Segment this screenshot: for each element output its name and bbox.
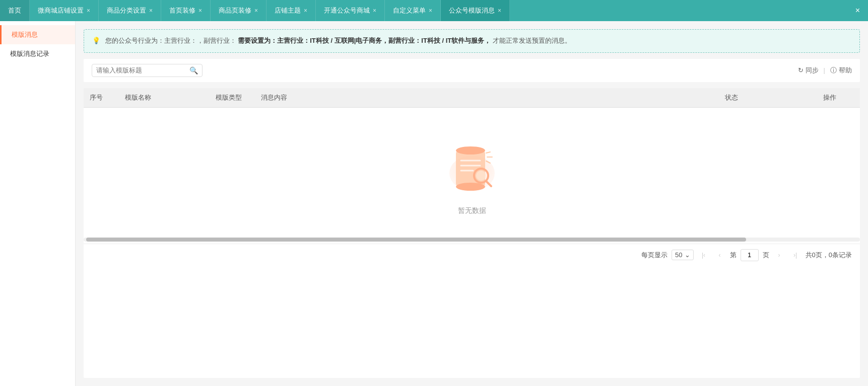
nav-tab-open-mall[interactable]: 开通公众号商城 × [316,0,385,21]
nav-tab-template-msg[interactable]: 公众号模版消息 × [441,0,510,21]
notice-suffix: 才能正常发送预置的消息。 [493,37,571,44]
nav-tab-template-msg-close[interactable]: × [498,7,501,14]
nav-tab-custom-menu-label: 自定义菜单 [393,6,426,15]
page-last-button[interactable]: ›| [789,249,802,261]
toolbar-right: ↻ 同步 | ⓘ 帮助 [798,66,852,75]
nav-tab-custom-menu[interactable]: 自定义菜单 × [385,0,441,21]
nav-tab-category-close[interactable]: × [149,7,153,14]
sidebar-item-template-message-log-label: 模版消息记录 [10,50,49,57]
empty-state: 暂无数据 [84,108,860,236]
sync-icon: ↻ [798,66,804,74]
nav-tab-open-mall-label: 开通公众号商城 [324,6,370,15]
chevron-down-icon: ⌄ [685,251,690,259]
nav-tab-product-label: 商品页装修 [219,6,251,15]
nav-tab-theme-label: 店铺主题 [275,6,301,15]
page-size-value: 50 [675,251,682,259]
search-input-wrap[interactable]: 🔍 [92,64,203,77]
horizontal-scrollbar[interactable] [84,238,860,242]
col-header-type: 模版类型 [210,88,255,107]
sidebar-item-template-message-label: 模版消息 [12,31,38,38]
svg-point-8 [476,171,486,181]
search-bar: 🔍 ↻ 同步 | ⓘ 帮助 [84,59,860,82]
svg-point-3 [456,183,485,191]
col-header-content: 消息内容 [255,88,719,107]
nav-tab-homepage-close[interactable]: × [198,7,202,14]
help-icon: ⓘ [830,66,837,75]
scroll-thumb[interactable] [86,238,746,242]
main-layout: 模版消息 模版消息记录 💡 您的公众号行业为：主营行业：，副营行业： 需要设置为… [0,21,868,386]
total-text: 共0页，0条记录 [806,251,852,260]
nav-tab-wshop[interactable]: 微商城店铺设置 × [30,0,99,21]
empty-text: 暂无数据 [458,206,486,215]
page-word: 页 [763,251,769,260]
table-header: 序号 模版名称 模版类型 消息内容 状态 操作 [84,88,860,108]
page-prev-button[interactable]: ‹ [714,249,726,261]
page-size-select[interactable]: 50 ⌄ [672,250,693,260]
notice-prefix: 您的公众号行业为：主营行业：，副营行业： [105,37,236,44]
nav-tab-home-label: 首页 [8,6,21,15]
sync-label: 同步 [806,66,819,75]
nav-tab-product-close[interactable]: × [254,7,258,14]
nav-tab-product[interactable]: 商品页装修 × [211,0,266,21]
sync-button[interactable]: ↻ 同步 [798,66,819,75]
sidebar-item-template-message-log[interactable]: 模版消息记录 [0,44,75,63]
page-of-word: 第 [730,251,737,260]
col-header-status: 状态 [719,88,799,107]
close-all-button[interactable]: × [847,6,868,15]
nav-tab-wshop-close[interactable]: × [87,7,90,14]
nav-tab-homepage-label: 首页装修 [169,6,195,15]
table-wrap: 序号 模版名称 模版类型 消息内容 状态 操作 [84,88,860,378]
svg-line-10 [486,152,490,153]
nav-tab-homepage[interactable]: 首页装修 × [161,0,211,21]
page-next-button[interactable]: › [773,249,785,261]
content-area: 💡 您的公众号行业为：主营行业：，副营行业： 需要设置为：主营行业：IT科技 /… [76,21,868,386]
page-size-label: 每页显示 [641,251,667,260]
top-nav: 首页 微商城店铺设置 × 商品分类设置 × 首页装修 × 商品页装修 × 店铺主… [0,0,868,21]
nav-tab-wshop-label: 微商城店铺设置 [38,6,84,15]
sidebar-item-template-message[interactable]: 模版消息 [0,25,75,44]
help-label: 帮助 [839,66,852,75]
help-button[interactable]: ⓘ 帮助 [830,66,852,75]
search-input[interactable] [96,66,189,74]
nav-tab-home[interactable]: 首页 [0,0,30,21]
toolbar-divider: | [824,66,825,74]
col-header-seq: 序号 [84,88,119,107]
svg-point-2 [456,146,485,155]
notice-icon: 💡 [92,37,100,44]
nav-tab-category-label: 商品分类设置 [107,6,146,15]
nav-tab-custom-menu-close[interactable]: × [429,7,432,14]
page-first-button[interactable]: |‹ [698,249,710,261]
search-icon[interactable]: 🔍 [189,66,198,74]
notice-box: 💡 您的公众号行业为：主营行业：，副营行业： 需要设置为：主营行业：IT科技 /… [84,29,860,53]
sidebar: 模版消息 模版消息记录 [0,21,76,386]
col-header-action: 操作 [799,88,860,107]
notice-highlight: 需要设置为：主营行业：IT科技 / 互联网|电子商务，副营行业：IT科技 / I… [238,37,491,44]
nav-tab-theme-close[interactable]: × [304,7,307,14]
pagination: 每页显示 50 ⌄ |‹ ‹ 第 页 › ›| 共0页，0条记录 [84,244,860,266]
empty-icon [442,138,502,198]
col-header-name: 模版名称 [119,88,210,107]
nav-tab-theme[interactable]: 店铺主题 × [266,0,316,21]
nav-tab-template-msg-label: 公众号模版消息 [449,6,495,15]
page-number-input[interactable] [741,249,759,261]
nav-tab-open-mall-close[interactable]: × [373,7,376,14]
nav-tab-category[interactable]: 商品分类设置 × [99,0,161,21]
